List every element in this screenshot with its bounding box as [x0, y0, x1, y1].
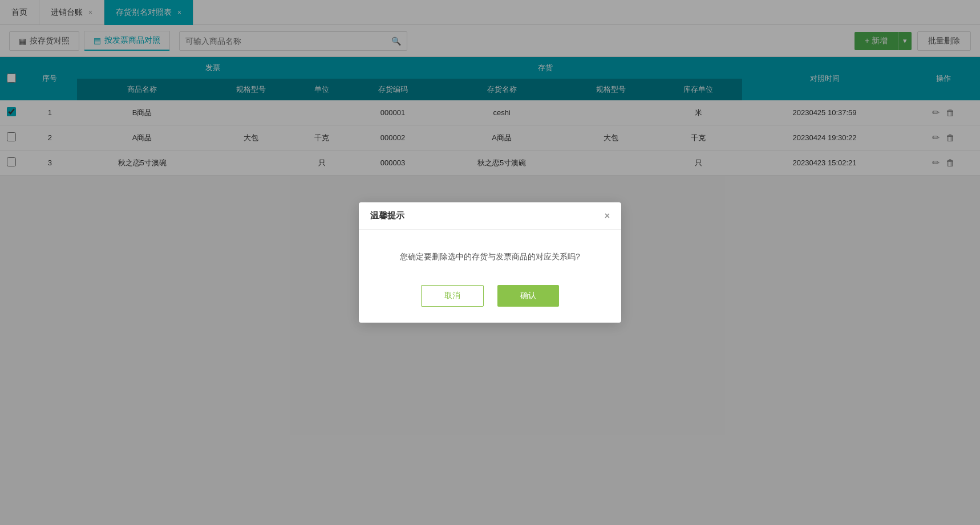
modal-footer: 取消 确认 — [359, 279, 621, 323]
modal-header: 温馨提示 × — [359, 202, 621, 230]
modal-body: 您确定要删除选中的存货与发票商品的对应关系吗? — [359, 230, 621, 279]
modal-dialog: 温馨提示 × 您确定要删除选中的存货与发票商品的对应关系吗? 取消 确认 — [359, 202, 621, 322]
modal-message: 您确定要删除选中的存货与发票商品的对应关系吗? — [400, 252, 580, 261]
modal-confirm-btn[interactable]: 确认 — [497, 285, 559, 307]
modal-cancel-btn[interactable]: 取消 — [421, 285, 484, 307]
modal-close-btn[interactable]: × — [605, 211, 610, 221]
modal-title: 温馨提示 — [370, 210, 404, 221]
modal-overlay: 温馨提示 × 您确定要删除选中的存货与发票商品的对应关系吗? 取消 确认 — [0, 0, 980, 525]
